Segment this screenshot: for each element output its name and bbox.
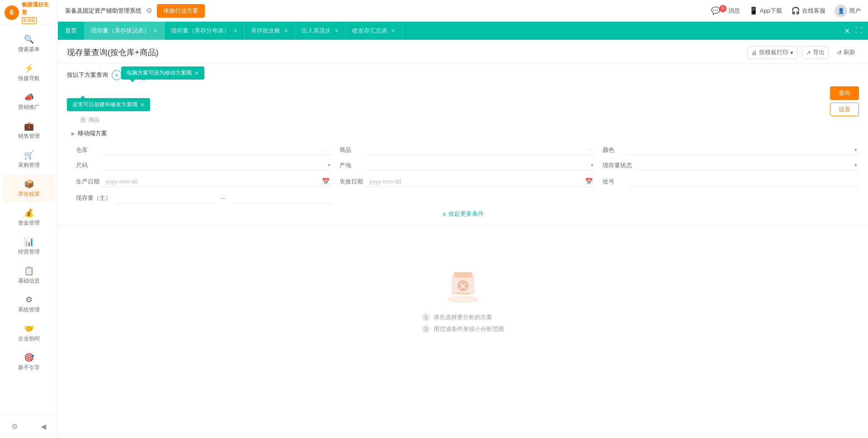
tab-close-batch-account[interactable]: ✕ (284, 28, 288, 34)
search-button[interactable]: 查询 (830, 86, 859, 100)
pc-scheme-group: ▶ 电脑端方案 (71, 103, 859, 114)
app-download-action[interactable]: 📱 App下载 (749, 6, 782, 15)
sidebar-item-basic[interactable]: 📋 基础信息 (3, 261, 55, 289)
logo-icon: 6 (5, 5, 19, 20)
sidebar-item-system[interactable]: ⚙ 系统管理 (3, 290, 55, 318)
inventory-icon: 📦 (24, 179, 34, 189)
pc-scheme-item-text: 商品 (89, 116, 99, 124)
print-button[interactable]: 🖨 按模板打印 ▾ (747, 46, 797, 59)
tooltip2-close-btn[interactable]: ✕ (140, 102, 145, 108)
collapse-up-icon: ∧ (442, 211, 447, 217)
sidebar-item-corp[interactable]: 🤝 企业协同 (3, 319, 55, 347)
refresh-icon: ↺ (837, 49, 842, 56)
sidebar-item-inventory[interactable]: 📦 库存核算 (3, 174, 55, 203)
tab-fullscreen-btn[interactable]: ⛶ (854, 25, 864, 37)
mobile-scheme-label[interactable]: 移动端方案 (78, 129, 107, 137)
sidebar-item-newbie[interactable]: 🎯 新手引导 (3, 348, 55, 376)
pc-scheme-item: 按 商品 (80, 114, 859, 126)
filter-label: 按以下方案查询 (67, 71, 108, 79)
tab-batch-account[interactable]: 库存批次账 ✕ (245, 22, 295, 40)
sidebar-item-sales[interactable]: 💼 销售管理 (3, 117, 55, 145)
empty-hint-1: 1 请先选择要分析的方案 (422, 313, 504, 321)
batch-no-input[interactable] (629, 176, 859, 187)
tabs-bar: 首页 现存量（库存状况表） ✕ 现存量（库存分布表） ✕ 库存批次账 ✕ 出入库… (58, 22, 868, 40)
chevron-down-icon: ▾ (790, 49, 793, 56)
sidebar-item-business[interactable]: 📊 经营管理 (3, 232, 55, 260)
tab-close-in-out-flow[interactable]: ✕ (335, 28, 339, 34)
sidebar-item-search[interactable]: 🔍 搜索菜单 (3, 30, 55, 58)
inventory-state-select[interactable]: ▾ (636, 160, 859, 170)
origin-select[interactable]: ▾ (366, 160, 596, 170)
sidebar-item-finance[interactable]: 💰 资金管理 (3, 203, 55, 231)
filter-field-origin: 产地 ▾ (340, 160, 596, 170)
filter-field-color: 颜色 ▾ (603, 145, 859, 155)
finance-icon: 💰 (24, 208, 34, 218)
tab-inventory-dist[interactable]: 现存量（库存分布表） ✕ (165, 22, 245, 40)
origin-arrow-icon: ▾ (591, 162, 594, 168)
tooltip-pc-scheme: 电脑方案可设为移动方案哦 ✕ (121, 66, 204, 80)
export-button[interactable]: ↗ 导出 (802, 46, 829, 59)
calendar-icon-2: 📅 (585, 178, 593, 185)
empty-area: 1 请先选择要分析的方案 2 用过滤条件来缩小分析范围 (58, 225, 868, 369)
header-gear-icon[interactable]: ⚙ (146, 6, 152, 15)
page-header: 现存量查询(按仓库+商品) 🖨 按模板打印 ▾ ↗ 导出 ↺ 刷新 (58, 40, 868, 64)
filter-header: 按以下方案查询 + ✏ ← 电脑方案可设为移动方案哦 ✕ (67, 70, 859, 80)
user-action[interactable]: 👤 用户 (835, 5, 861, 17)
expire-date-input[interactable]: yyyy-mm-dd 📅 (367, 176, 596, 187)
current-qty-min-input[interactable] (115, 193, 215, 203)
sidebar-menu: 🔍 搜索菜单 ⚡ 快捷导航 📣 营销推广 💼 销售管理 🛒 采购管理 📦 库存核… (0, 25, 57, 414)
settings-bottom-btn[interactable]: ⚙ (9, 420, 19, 433)
pc-scheme-item-label: 按 (80, 116, 86, 124)
message-badge: 6 (719, 5, 726, 12)
main-area: 装备及固定资产辅助管理系统 ⚙ 体验行业方案 💬 6 消息 📱 App下载 🎧 … (58, 0, 868, 438)
tab-close-inventory-dist[interactable]: ✕ (233, 28, 238, 34)
sidebar-bottom: ⚙ ◀ (0, 414, 57, 438)
filter-field-expire-date: 失效日期 yyyy-mm-dd 📅 (340, 176, 596, 187)
system-icon: ⚙ (25, 295, 33, 305)
tab-home[interactable]: 首页 (58, 22, 85, 40)
add-scheme-btn[interactable]: + (112, 70, 122, 80)
phone-icon: 📱 (749, 6, 758, 15)
top-header-left: 装备及固定资产辅助管理系统 ⚙ 体验行业方案 (65, 4, 205, 18)
search-icon: 🔍 (24, 34, 34, 44)
calendar-icon-1: 📅 (322, 178, 330, 185)
sidebar: 6 畅捷通好生意 标准版 🔍 搜索菜单 ⚡ 快捷导航 📣 营销推广 💼 销售管理… (0, 0, 58, 438)
online-support-action[interactable]: 🎧 在线客服 (791, 6, 826, 15)
warehouse-select[interactable]: ··· (102, 145, 332, 155)
tabs-right-actions: ✕ ⛶ (842, 25, 868, 37)
filter-row-4: 现存量（主） — (76, 193, 859, 203)
tooltip-create-scheme: 这里可以创建和修改方案哦 ✕ (67, 98, 150, 111)
produce-date-input[interactable]: yyyy-mm-dd 📅 (103, 176, 332, 187)
sidebar-item-guide[interactable]: ⚡ 快捷导航 (3, 59, 55, 87)
sidebar-item-marketing[interactable]: 📣 营销推广 (3, 88, 55, 116)
sidebar-item-purchase[interactable]: 🛒 采购管理 (3, 146, 55, 174)
goods-select[interactable]: ··· (366, 145, 596, 155)
setting-button[interactable]: 设置 (830, 103, 859, 116)
tab-in-out-flow[interactable]: 出入库流水 ✕ (295, 22, 346, 40)
color-label: 颜色 (603, 146, 625, 154)
tooltip1-close-btn[interactable]: ✕ (194, 70, 199, 76)
sales-icon: 💼 (24, 121, 34, 131)
filter-field-size: 尺码 ▾ (76, 160, 332, 170)
svg-rect-2 (454, 272, 472, 278)
industry-button[interactable]: 体验行业方案 (157, 4, 205, 18)
tab-inventory-status[interactable]: 现存量（库存状况表） ✕ (85, 22, 165, 40)
color-select[interactable]: ▾ (629, 145, 859, 155)
marketing-icon: 📣 (24, 92, 34, 102)
tab-collect-send[interactable]: 收发存汇总表 ✕ (346, 22, 402, 40)
size-select[interactable]: ▾ (102, 160, 332, 170)
empty-hint-2: 2 用过滤条件来缩小分析范围 (422, 325, 504, 333)
message-action[interactable]: 💬 6 消息 (711, 6, 740, 15)
headset-icon: 🎧 (791, 6, 800, 15)
collapse-sidebar-btn[interactable]: ◀ (39, 420, 48, 433)
current-qty-max-input[interactable] (232, 193, 332, 203)
inventory-state-label: 现存量状态 (603, 161, 632, 170)
tab-close-inventory-status[interactable]: ✕ (153, 28, 158, 34)
size-arrow-icon: ▾ (328, 162, 330, 168)
refresh-button[interactable]: ↺ 刷新 (833, 47, 859, 58)
color-arrow-icon: ▾ (854, 147, 857, 153)
tab-close-collect-send[interactable]: ✕ (391, 28, 396, 34)
tab-close-all-btn[interactable]: ✕ (842, 25, 852, 37)
filter-field-produce-date: 生产日期 yyyy-mm-dd 📅 (76, 176, 332, 187)
collapse-more-btn[interactable]: ∧ 收起更多条件 (67, 210, 859, 218)
